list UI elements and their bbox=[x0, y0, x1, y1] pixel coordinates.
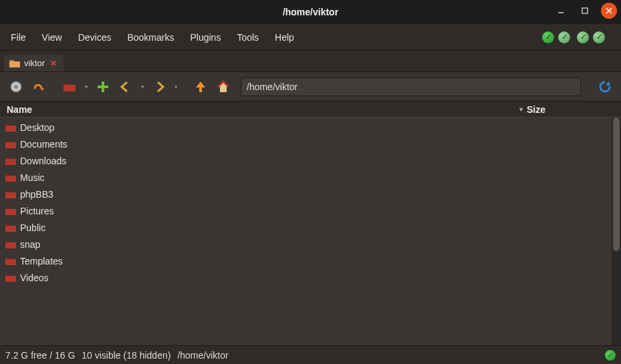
folder-icon bbox=[5, 240, 16, 249]
dropdown-icon[interactable]: ▾ bbox=[172, 83, 179, 90]
address-text: /home/viktor bbox=[247, 81, 297, 92]
column-header: Name ▾ Size bbox=[0, 102, 621, 118]
folder-icon bbox=[5, 156, 16, 166]
statusbar: 7.2 G free / 16 G 10 visible (18 hidden)… bbox=[0, 345, 621, 364]
menubar-status-icons: ✓ ✓ ✓ ✓ bbox=[542, 31, 618, 43]
file-name: Downloads bbox=[20, 156, 66, 166]
file-pane: DesktopDocumentsDownloadsMusicphpBB3Pict… bbox=[0, 118, 621, 345]
sort-indicator-icon[interactable]: ▾ bbox=[515, 106, 527, 113]
status-visible: 10 visible (18 hidden) bbox=[82, 350, 170, 361]
file-list[interactable]: DesktopDocumentsDownloadsMusicphpBB3Pict… bbox=[0, 118, 612, 345]
status-path: /home/viktor bbox=[177, 350, 228, 361]
folder-icon bbox=[5, 190, 16, 199]
menu-help[interactable]: Help bbox=[267, 28, 302, 47]
add-icon[interactable] bbox=[94, 77, 112, 96]
dropdown-icon[interactable]: ▾ bbox=[139, 83, 146, 90]
scrollbar-thumb[interactable] bbox=[613, 118, 620, 251]
folder-icon bbox=[5, 140, 16, 149]
list-item[interactable]: snap bbox=[0, 236, 612, 252]
file-name: Videos bbox=[20, 272, 49, 283]
back-icon[interactable] bbox=[116, 77, 135, 96]
file-name: Public bbox=[20, 222, 45, 233]
menubar: File View Devices Bookmarks Plugins Tool… bbox=[0, 24, 621, 51]
folder-icon bbox=[5, 273, 16, 283]
list-item[interactable]: Public bbox=[0, 219, 612, 236]
titlebar: /home/viktor bbox=[0, 0, 621, 24]
folder-icon bbox=[9, 59, 20, 68]
refresh-icon[interactable] bbox=[596, 77, 614, 96]
file-name: snap bbox=[20, 239, 40, 250]
tab-label: viktor bbox=[24, 58, 45, 68]
folder-icon bbox=[5, 123, 16, 132]
list-item[interactable]: Documents bbox=[0, 136, 612, 152]
dropdown-icon[interactable]: ▾ bbox=[83, 83, 90, 90]
file-name: Templates bbox=[20, 256, 63, 266]
forward-icon[interactable] bbox=[150, 77, 168, 96]
folder-icon bbox=[5, 206, 16, 216]
list-item[interactable]: Templates bbox=[0, 252, 612, 269]
folder-icon bbox=[5, 256, 16, 266]
file-name: Documents bbox=[20, 139, 68, 150]
file-name: phpBB3 bbox=[20, 189, 53, 200]
status-disk: 7.2 G free / 16 G bbox=[5, 350, 75, 361]
folder-icon bbox=[5, 223, 16, 232]
column-size[interactable]: Size bbox=[527, 104, 594, 115]
list-item[interactable]: Videos bbox=[0, 269, 612, 286]
menu-plugins[interactable]: Plugins bbox=[182, 28, 229, 47]
check-icon[interactable]: ✓ bbox=[593, 31, 605, 43]
menu-bookmarks[interactable]: Bookmarks bbox=[119, 28, 182, 47]
menu-devices[interactable]: Devices bbox=[70, 28, 120, 47]
check-icon[interactable]: ✓ bbox=[577, 31, 589, 43]
maximize-button[interactable] bbox=[577, 3, 593, 19]
folder-icon bbox=[5, 173, 16, 182]
file-name: Desktop bbox=[20, 122, 54, 133]
svg-point-5 bbox=[15, 85, 18, 88]
file-name: Pictures bbox=[20, 206, 54, 216]
connect-icon[interactable] bbox=[29, 77, 48, 96]
window-controls bbox=[553, 3, 617, 19]
menu-tools[interactable]: Tools bbox=[229, 28, 267, 47]
close-button[interactable] bbox=[601, 3, 617, 19]
minimize-button[interactable] bbox=[553, 3, 569, 19]
toolbar: ▾ ▾ ▾ /home/viktor bbox=[0, 72, 621, 102]
menu-file[interactable]: File bbox=[3, 28, 34, 47]
up-icon[interactable] bbox=[191, 77, 210, 96]
address-input[interactable]: /home/viktor bbox=[241, 77, 581, 96]
list-item[interactable]: Desktop bbox=[0, 119, 612, 136]
home-icon[interactable] bbox=[214, 77, 233, 96]
scrollbar[interactable] bbox=[612, 118, 621, 345]
column-name[interactable]: Name bbox=[7, 104, 515, 115]
file-name: Music bbox=[20, 172, 45, 183]
check-icon[interactable]: ✓ bbox=[558, 31, 570, 43]
list-item[interactable]: Pictures bbox=[0, 202, 612, 219]
tab-close-icon[interactable]: ✕ bbox=[49, 59, 57, 68]
list-item[interactable]: phpBB3 bbox=[0, 186, 612, 202]
check-icon[interactable]: ✓ bbox=[605, 350, 616, 361]
check-icon[interactable]: ✓ bbox=[542, 31, 554, 43]
tabstrip: viktor ✕ bbox=[0, 51, 621, 72]
open-folder-icon[interactable] bbox=[60, 77, 79, 96]
disk-icon[interactable] bbox=[7, 77, 25, 96]
svg-rect-1 bbox=[582, 8, 588, 13]
list-item[interactable]: Downloads bbox=[0, 152, 612, 169]
menu-view[interactable]: View bbox=[34, 28, 70, 47]
window-title: /home/viktor bbox=[283, 7, 338, 17]
list-item[interactable]: Music bbox=[0, 169, 612, 186]
svg-rect-7 bbox=[98, 85, 108, 88]
tab-viktor[interactable]: viktor ✕ bbox=[4, 55, 64, 71]
